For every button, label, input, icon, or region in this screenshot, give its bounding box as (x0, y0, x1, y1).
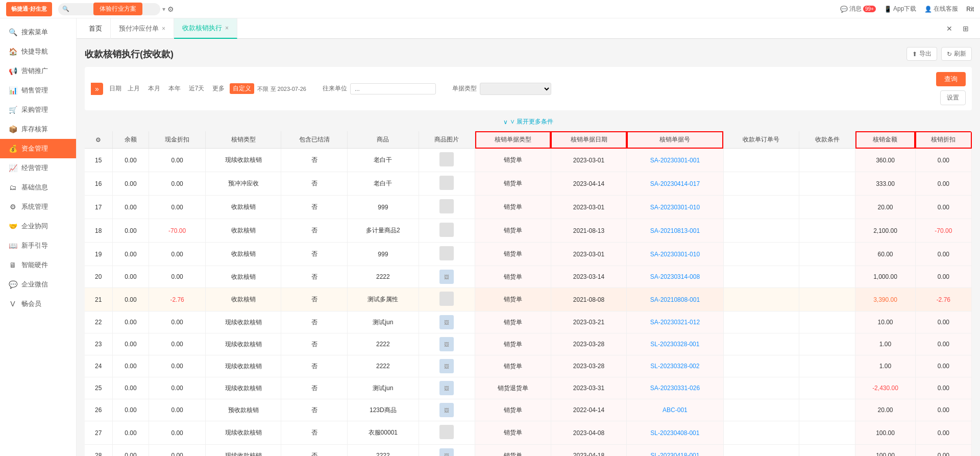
tab-home[interactable]: 首页 (81, 18, 111, 39)
cell-billDate: 2023-03-01 (551, 243, 627, 266)
cell-writeoffAmount: 360.00 (855, 149, 915, 172)
filter-partner-input[interactable] (350, 83, 436, 94)
message-area[interactable]: 💬 消息 99+ (840, 5, 876, 13)
dropdown-icon[interactable]: ▾ (162, 6, 165, 13)
cell-billNo[interactable]: SL-20230408-001 (627, 421, 723, 445)
query-button[interactable]: 查询 (936, 72, 966, 86)
expand-more-conditions[interactable]: ∨ ∨ 展开更多条件 (85, 115, 972, 128)
cell-writeoffDiscount: 0.00 (915, 196, 971, 219)
col-header-billDate: 核销单据日期 (551, 131, 627, 149)
cell-receiptCond (799, 288, 855, 311)
sidebar-item-guide[interactable]: 📖新手引导 (0, 236, 76, 255)
cell-billNo[interactable]: SA-20230414-017 (627, 172, 723, 196)
cell-billNo[interactable]: SA-20210813-001 (627, 219, 723, 243)
app-logo: 畅捷通·好生意 (6, 2, 52, 16)
maximize-tab-btn[interactable]: ⊞ (960, 22, 972, 35)
sidebar-label-system: 系统管理 (21, 202, 48, 211)
cell-billNo[interactable]: ABC-001 (627, 399, 723, 421)
filter-7days[interactable]: 近7天 (186, 83, 208, 94)
sidebar-item-search[interactable]: 🔍搜索菜单 (0, 22, 76, 42)
sidebar-item-basic[interactable]: 🗂基础信息 (0, 178, 76, 197)
table-row[interactable]: 190.000.00收款核销否999销货单2023-03-01SA-202303… (85, 243, 972, 266)
cell-balance: 0.00 (112, 355, 149, 377)
cell-billNo[interactable]: SA-20230321-012 (627, 311, 723, 333)
cell-goods: 衣服00001 (347, 421, 419, 445)
table-row[interactable]: 250.000.00现续收款核销否测试jun🖼销货退货单2023-03-31SA… (85, 377, 972, 399)
app-download[interactable]: 📱 App下载 (884, 5, 916, 13)
online-service[interactable]: 👤 在线客服 (924, 5, 958, 13)
cell-billNo[interactable]: SA-20230331-026 (627, 377, 723, 399)
sidebar-item-marketing[interactable]: 📢营销推广 (0, 61, 76, 81)
tab-bar: 首页 预付冲应付单 × 收款核销执行 × ✕ ⊞ (77, 18, 980, 39)
sidebar-item-sales[interactable]: 📊销售管理 (0, 81, 76, 100)
cell-billNo[interactable]: SL-20230328-002 (627, 355, 723, 377)
table-row[interactable]: 230.000.00现续收款核销否2222🖼销货单2023-03-28SL-20… (85, 333, 972, 355)
filter-this-year[interactable]: 本年 (165, 83, 184, 94)
filter-partner-group: 往来单位 (323, 83, 436, 94)
cell-billNo[interactable]: SA-20230301-010 (627, 243, 723, 266)
sidebar-item-quicknav[interactable]: 🏠快捷导航 (0, 42, 76, 61)
cell-billNo[interactable]: SA-20210808-001 (627, 288, 723, 311)
table-row[interactable]: 160.000.00预冲冲应收否老白干销货单2023-04-14SA-20230… (85, 172, 972, 196)
filter-custom-date[interactable]: 自定义 (230, 83, 254, 94)
cell-billNo[interactable]: SA-20230301-001 (627, 149, 723, 172)
guide-icon: 📖 (8, 241, 17, 250)
filter-last-month[interactable]: 上月 (125, 83, 143, 94)
cell-seq: 23 (85, 333, 112, 355)
setting-button[interactable]: 设置 (940, 90, 966, 105)
sidebar-item-member[interactable]: V畅会员 (0, 294, 76, 314)
cell-goods: 2222 (347, 266, 419, 288)
cell-seq: 19 (85, 243, 112, 266)
sidebar-item-collab[interactable]: 🤝企业协同 (0, 217, 76, 236)
refresh-button[interactable]: ↻ 刷新 (941, 47, 972, 61)
sidebar-item-inventory[interactable]: 📦库存核算 (0, 119, 76, 139)
cell-billNo[interactable]: SA-20230301-010 (627, 196, 723, 219)
cell-billDate: 2023-03-31 (551, 377, 627, 399)
table-row[interactable]: 270.000.00现续收款核销否衣服00001销货单2023-04-08SL-… (85, 421, 972, 445)
cell-writeoffDiscount: 0.00 (915, 266, 971, 288)
user-name[interactable]: Rit (966, 6, 974, 13)
sidebar-item-purchase[interactable]: 🛒采购管理 (0, 100, 76, 119)
sidebar-item-system[interactable]: ⚙系统管理 (0, 197, 76, 217)
settings-icon[interactable]: ⚙ (167, 5, 174, 13)
filter-more-dates[interactable]: 更多 (209, 83, 228, 94)
table-row[interactable]: 200.000.00收款核销否2222🖼销货单2023-03-14SA-2023… (85, 266, 972, 288)
filter-doctype-select[interactable] (480, 83, 551, 95)
cell-balance: 0.00 (112, 149, 149, 172)
cell-writeoffAmount: 3,390.00 (855, 288, 915, 311)
cell-cashDiscount: 0.00 (149, 311, 205, 333)
table-row[interactable]: 210.00-2.76收款核销否测试多属性销货单2021-08-08SA-202… (85, 288, 972, 311)
cell-billNo[interactable]: SL-20230418-001 (627, 445, 723, 457)
sidebar-item-operation[interactable]: 📈经营管理 (0, 158, 76, 178)
page-content: 收款核销执行(按收款) ⬆ 导出 ↻ 刷新 » 日期 (77, 39, 980, 456)
filter-expand-button[interactable]: » (91, 83, 103, 95)
sidebar-item-hardware[interactable]: 🖥智能硬件 (0, 255, 76, 275)
tab-collection-close[interactable]: × (225, 25, 229, 32)
cell-writeoffAmount: 1.00 (855, 333, 915, 355)
tab-prepay[interactable]: 预付冲应付单 × (111, 18, 174, 39)
table-row[interactable]: 260.000.00预收款核销否123D商品🖼销货单2022-04-14ABC-… (85, 399, 972, 421)
solution-button[interactable]: 体验行业方案 (93, 3, 142, 15)
cell-billType: 销货退货单 (475, 377, 551, 399)
table-row[interactable]: 180.00-70.00收款核销否多计量商品2销货单2021-08-13SA-2… (85, 219, 972, 243)
filter-this-month[interactable]: 本月 (145, 83, 163, 94)
table-row[interactable]: 280.000.00现续收款核销否2222🖼销货单2023-04-18SL-20… (85, 445, 972, 457)
tab-prepay-close[interactable]: × (162, 25, 165, 32)
sidebar-item-wechat[interactable]: 💬企业微信 (0, 275, 76, 294)
table-row[interactable]: 220.000.00现续收款核销否测试jun🖼销货单2023-03-21SA-2… (85, 311, 972, 333)
sidebar-item-finance[interactable]: 💰资金管理 (0, 139, 76, 158)
tab-collection[interactable]: 收款核销执行 × (174, 18, 237, 39)
cell-receiptCond (799, 421, 855, 445)
table-row[interactable]: 240.000.00现续收款核销否2222🖼销货单2023-03-28SL-20… (85, 355, 972, 377)
export-button[interactable]: ⬆ 导出 (906, 47, 937, 61)
table-row[interactable]: 170.000.00收款核销否999销货单2023-03-01SA-202303… (85, 196, 972, 219)
table-row[interactable]: 150.000.00现续收款核销否老白干销货单2023-03-01SA-2023… (85, 149, 972, 172)
close-tab-btn[interactable]: ✕ (943, 22, 955, 35)
cell-cashDiscount: 0.00 (149, 445, 205, 457)
cell-billNo[interactable]: SL-20230328-001 (627, 333, 723, 355)
cell-billType: 销货单 (475, 172, 551, 196)
cell-receiptOrderNo (723, 172, 799, 196)
cell-billNo[interactable]: SA-20230314-008 (627, 266, 723, 288)
cell-receiptCond (799, 149, 855, 172)
cell-seq: 17 (85, 196, 112, 219)
